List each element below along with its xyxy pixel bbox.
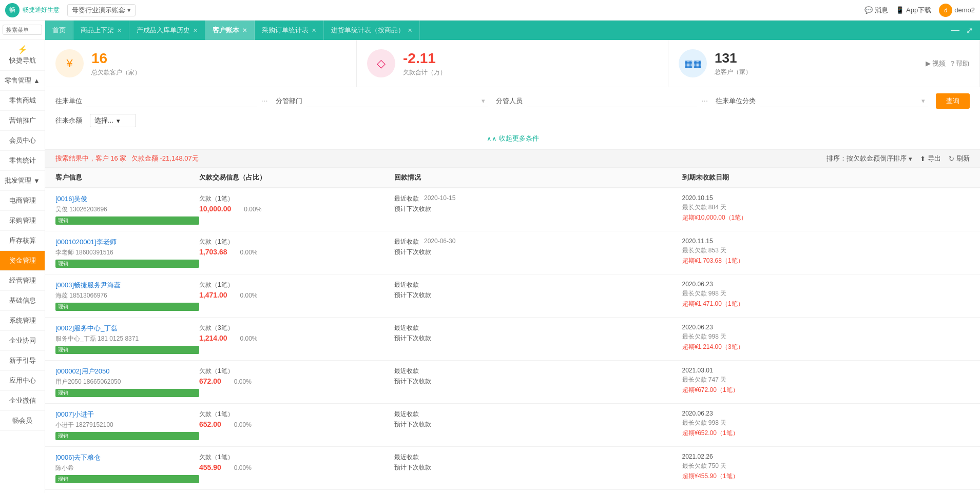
sort-label: 排序：按欠款金额倒序排序: [827, 154, 907, 163]
tab-product-off-close[interactable]: ✕: [117, 27, 122, 34]
customer-info-4: [000002]用户2050 用户2050 18665062050 现销: [55, 367, 199, 397]
sidebar-item-purchase[interactable]: 采购管理: [0, 211, 45, 231]
tab-bar-right: — ⤢: [949, 25, 980, 36]
overdue-amount-5[interactable]: 超期¥652.00（1笔）: [682, 429, 970, 438]
customer-phone-1: 李老师 18600391516: [55, 248, 199, 257]
quick-nav-icon: ⚡: [17, 45, 28, 54]
tab-home-label: 首页: [52, 26, 66, 35]
search-input[interactable]: [3, 25, 42, 35]
customer-name-5[interactable]: [0007]小进干: [55, 410, 199, 419]
customer-tag-2: 现销: [55, 303, 199, 311]
filter-dept-arrow: ▾: [482, 97, 485, 105]
repay-next-0: 预计下次收款: [394, 205, 682, 213]
tab-import-stats[interactable]: 进货单统计表（按商品） ✕: [324, 21, 420, 40]
store-selector[interactable]: 母婴行业演示账套 ▾: [67, 4, 136, 16]
chevron-down-icon: ▾: [127, 6, 131, 14]
sidebar-item-member-center[interactable]: 会员中心: [0, 131, 45, 151]
export-button[interactable]: ⬆ 导出: [920, 154, 941, 163]
sidebar-item-marketing[interactable]: 营销推广: [0, 111, 45, 131]
overdue-amount-4[interactable]: 超期¥672.00（1笔）: [682, 386, 970, 395]
sidebar-label-enterprise-wx: 企业微信: [9, 396, 36, 405]
video-button[interactable]: ▶ 视频: [926, 59, 946, 68]
debt-amount-4: 672.00: [199, 377, 221, 385]
overdue-amount-6[interactable]: 超期¥455.90（1笔）: [682, 472, 970, 481]
help-button[interactable]: ? 帮助: [951, 59, 969, 68]
sidebar-label-enterprise-coop: 企业协同: [9, 336, 36, 345]
customer-name-3[interactable]: [0002]服务中心_丁磊: [55, 324, 199, 333]
due-days-3: 最长欠款 998 天: [682, 332, 970, 341]
filter-category: 往来单位分类 ▾: [716, 95, 928, 107]
user-avatar-area[interactable]: d demo2: [939, 4, 975, 17]
tab-purchase-stats[interactable]: 采购订单统计表 ✕: [255, 21, 324, 40]
filter-category-select[interactable]: ▾: [760, 95, 928, 107]
debt-total-label: 欠款合计（万）: [403, 68, 446, 77]
sort-selector[interactable]: 排序：按欠款金额倒序排序 ▾: [827, 154, 912, 163]
filter-dept-select[interactable]: ▾: [306, 95, 488, 107]
repay-next-3: 预计下次收款: [394, 334, 682, 343]
overdue-amount-2[interactable]: 超期¥1,471.00（1笔）: [682, 300, 970, 308]
customer-name-4[interactable]: [000002]用户2050: [55, 367, 199, 376]
customer-tag-5: 现销: [55, 432, 199, 440]
overdue-amount-1[interactable]: 超期¥1,703.68（1笔）: [682, 257, 970, 265]
chevron-up-icon: ∧∧: [487, 135, 497, 143]
filter-category-label: 往来单位分类: [716, 96, 756, 106]
tab-expand-button[interactable]: ⤢: [964, 25, 975, 36]
sidebar-item-inventory[interactable]: 库存核算: [0, 231, 45, 251]
due-days-2: 最长欠款 998 天: [682, 289, 970, 298]
sidebar-item-enterprise-coop[interactable]: 企业协同: [0, 331, 45, 351]
tab-purchase-stats-close[interactable]: ✕: [312, 27, 316, 34]
filter-person-input[interactable]: [527, 95, 697, 107]
sidebar-item-basic-info[interactable]: 基础信息: [0, 291, 45, 311]
filter-unit-label: 往来单位: [55, 96, 82, 106]
customer-phone-4: 用户2050 18665062050: [55, 378, 199, 386]
message-label: 消息: [875, 6, 888, 15]
due-info-0: 2020.10.15 最长欠款 884 天 超期¥10,000.00（1笔）: [682, 194, 970, 225]
sidebar-label-operation: 经营管理: [9, 276, 36, 285]
refresh-button[interactable]: ↻ 刷新: [949, 154, 970, 163]
col-customer-info: 客户信息: [55, 173, 199, 182]
tab-product-history[interactable]: 产成品入库单历史 ✕: [129, 21, 205, 40]
sidebar-item-vip[interactable]: 畅会员: [0, 411, 45, 431]
sidebar-label-new-guide: 新手引导: [9, 356, 36, 365]
sidebar-item-enterprise-wx[interactable]: 企业微信: [0, 391, 45, 411]
debt-info-0: 欠款（1笔） 10,000.00 0.00%: [199, 194, 394, 225]
sidebar-item-retail-mgmt[interactable]: 零售管理 ▲: [0, 71, 45, 91]
collapse-button[interactable]: ∧∧ 收起更多条件: [487, 134, 539, 143]
customer-name-2[interactable]: [0003]畅捷服务尹海蕊: [55, 281, 199, 290]
sidebar-item-retail-mall[interactable]: 零售商城: [0, 91, 45, 111]
sidebar-item-app-center[interactable]: 应用中心: [0, 371, 45, 391]
overdue-amount-3[interactable]: 超期¥1,214.00（3笔）: [682, 343, 970, 351]
due-date-2: 2020.06.23: [682, 281, 970, 288]
query-button[interactable]: 查询: [936, 93, 970, 109]
repay-label-1: 最近收款: [394, 238, 419, 246]
filter-balance-select[interactable]: 选择... ▾: [90, 114, 136, 127]
sidebar-item-retail-stats[interactable]: 零售统计: [0, 151, 45, 171]
tab-import-stats-close[interactable]: ✕: [408, 27, 412, 34]
tab-customer-account-close[interactable]: ✕: [242, 27, 247, 34]
app-download-button[interactable]: 📱 App下载: [896, 6, 931, 15]
message-button[interactable]: 💬 消息: [864, 6, 888, 15]
sidebar-item-system[interactable]: 系统管理: [0, 311, 45, 331]
sidebar-item-capital[interactable]: 资金管理: [0, 251, 45, 271]
tab-customer-account[interactable]: 客户账本 ✕: [205, 21, 255, 40]
sidebar-item-new-guide[interactable]: 新手引导: [0, 351, 45, 371]
customer-name-0[interactable]: [0016]吴俊: [55, 194, 199, 204]
customer-name-6[interactable]: [0006]去下粮仓: [55, 453, 199, 462]
sidebar-label-purchase: 采购管理: [9, 216, 36, 225]
debt-info-2: 欠款（1笔） 1,471.00 0.00%: [199, 281, 394, 311]
sidebar-item-quick-nav[interactable]: ⚡ 快捷导航: [0, 40, 45, 71]
tab-product-off[interactable]: 商品上下架 ✕: [73, 21, 129, 40]
sidebar-item-batch-mgmt[interactable]: 批发管理 ▼: [0, 171, 45, 191]
sidebar-item-ecommerce[interactable]: 电商管理: [0, 191, 45, 211]
tab-collapse-button[interactable]: —: [949, 25, 962, 36]
tab-import-stats-label: 进货单统计表（按商品）: [331, 26, 405, 35]
sidebar-item-operation[interactable]: 经营管理: [0, 271, 45, 291]
stat-info-total-customers: 131 总客户（家）: [715, 50, 752, 76]
overdue-amount-0[interactable]: 超期¥10,000.00（1笔）: [682, 213, 970, 222]
table-row: [000001]黄思源 黄思源 13552700226 现销 欠款（1笔） 42…: [45, 490, 980, 493]
customer-name-1[interactable]: [0001020001]李老师: [55, 238, 199, 247]
debt-amount-0: 10,000.00: [199, 205, 231, 213]
tab-product-history-close[interactable]: ✕: [193, 27, 198, 34]
filter-unit-input[interactable]: [86, 95, 257, 107]
tab-home[interactable]: 首页: [45, 21, 73, 40]
